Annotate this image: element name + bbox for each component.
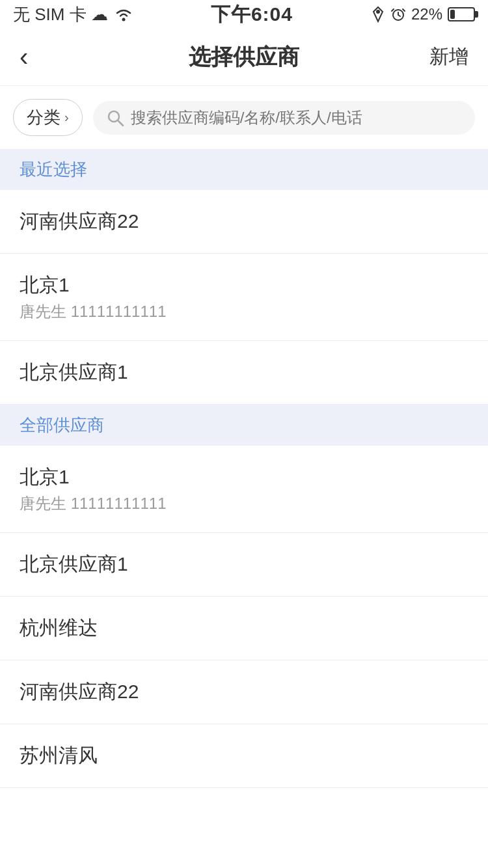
back-button[interactable]: ‹ (13, 36, 34, 78)
status-left: 无 SIM 卡 ☁ (13, 3, 133, 26)
search-input[interactable] (131, 109, 462, 127)
category-label: 分类 (27, 106, 61, 129)
page-title: 选择供应商 (189, 42, 299, 72)
item-name: 北京1 (20, 272, 468, 299)
svg-point-0 (122, 18, 125, 21)
wifi-icon (115, 7, 133, 21)
item-name: 河南供应商22 (20, 208, 468, 235)
list-item[interactable]: 北京1 唐先生 11111111111 (0, 446, 488, 533)
status-bar: 无 SIM 卡 ☁ 下午6:04 22% (0, 0, 488, 29)
filter-bar: 分类 › (0, 86, 488, 149)
svg-point-1 (376, 10, 380, 14)
item-name: 北京供应商1 (20, 359, 468, 386)
item-name: 北京供应商1 (20, 551, 468, 578)
nav-bar: ‹ 选择供应商 新增 (0, 29, 488, 86)
item-name: 杭州维达 (20, 615, 468, 642)
list-item[interactable]: 苏州清风 (0, 724, 488, 788)
list-item[interactable]: 杭州维达 (0, 597, 488, 660)
list-item[interactable]: 河南供应商22 (0, 190, 488, 254)
all-list: 北京1 唐先生 11111111111 北京供应商1 杭州维达 河南供应商22 … (0, 446, 488, 788)
item-name: 河南供应商22 (20, 679, 468, 705)
search-box (93, 101, 475, 135)
all-section-header: 全部供应商 (0, 405, 488, 446)
status-time: 下午6:04 (211, 1, 293, 28)
status-right: 22% (371, 5, 475, 23)
alarm-icon (390, 7, 406, 22)
location-icon (371, 6, 385, 23)
add-button[interactable]: 新增 (429, 44, 468, 70)
search-icon (106, 109, 124, 127)
list-item[interactable]: 北京供应商1 (0, 341, 488, 405)
item-name: 北京1 (20, 464, 468, 491)
list-item[interactable]: 北京1 唐先生 11111111111 (0, 254, 488, 341)
list-item[interactable]: 河南供应商22 (0, 660, 488, 724)
list-item[interactable]: 北京供应商1 (0, 533, 488, 597)
item-sub: 唐先生 11111111111 (20, 301, 468, 322)
sim-status: 无 SIM 卡 ☁ (13, 3, 108, 26)
chevron-right-icon: › (64, 110, 69, 125)
svg-line-4 (118, 120, 123, 126)
category-filter-button[interactable]: 分类 › (13, 99, 83, 136)
battery-percent: 22% (411, 5, 442, 23)
item-name: 苏州清风 (20, 742, 468, 769)
battery-icon (448, 7, 475, 21)
recent-section-header: 最近选择 (0, 149, 488, 190)
item-sub: 唐先生 11111111111 (20, 493, 468, 514)
recent-list: 河南供应商22 北京1 唐先生 11111111111 北京供应商1 (0, 190, 488, 405)
